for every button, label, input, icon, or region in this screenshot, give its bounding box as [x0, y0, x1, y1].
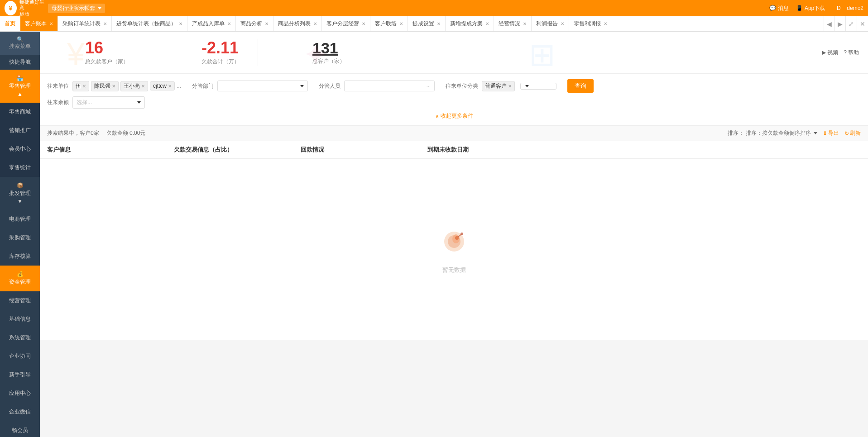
tab-controls: ◀ ▶ ⤢ ✕ — [824, 16, 868, 32]
collapse-icon: ∧ — [435, 113, 439, 119]
tab-next-button[interactable]: ▶ — [834, 16, 845, 32]
stat-label-customers: 总欠款客户（家） — [85, 58, 129, 66]
video-button[interactable]: ▶ 视频 — [822, 49, 838, 57]
collapse-button[interactable]: ∧ 收起更多条件 — [47, 112, 861, 120]
sidebar-item-marketing[interactable]: 营销推广 — [0, 121, 40, 140]
sidebar-search[interactable]: 🔍 搜索菜单 — [0, 32, 40, 55]
tab-close-commission-setting[interactable]: ✕ — [437, 21, 441, 26]
export-button[interactable]: ⬇ 导出 — [823, 129, 839, 137]
tab-close-customer-contact[interactable]: ✕ — [399, 21, 403, 26]
results-bar-right: 排序： 排序：按欠款金额倒序排序 ⬇ 导出 ↻ 刷新 — [728, 129, 861, 137]
tab-operations[interactable]: 经营情况 ✕ — [494, 16, 532, 32]
tab-add-commission[interactable]: 新增提成方案 ✕ — [446, 16, 494, 32]
header-actions: ▶ 视频 ? 帮助 — [822, 49, 859, 57]
sidebar: 🔍 搜索菜单 快捷导航 🏪 零售管理 ▲ 零售商城 营销推广 会员中心 零售统计 — [0, 32, 40, 437]
query-button[interactable]: 查询 — [567, 79, 594, 93]
sort-select[interactable]: 排序： 排序：按欠款金额倒序排序 — [728, 129, 817, 137]
sidebar-item-inventory[interactable]: 库存核算 — [0, 247, 40, 266]
stats-header: ¥ ✦ ⊞ 16 总欠款客户（家） -2.11 欠款合计（万） 131 总客户（… — [40, 32, 868, 74]
tab-prev-button[interactable]: ◀ — [824, 16, 834, 32]
sidebar-item-member[interactable]: 畅会员 — [0, 421, 40, 437]
tab-product-analysis[interactable]: 商品分析 ✕ — [236, 16, 273, 32]
category-select[interactable] — [520, 83, 556, 90]
sidebar-item-operations-mgmt[interactable]: 经营管理 — [0, 291, 40, 310]
tab-goods-stats[interactable]: 进货单统计表（按商品） ✕ — [112, 16, 187, 32]
tab-commission-setting[interactable]: 提成设置 ✕ — [408, 16, 446, 32]
category-tag-0-close[interactable]: ✕ — [508, 84, 512, 89]
tab-close-product-analysis-list[interactable]: ✕ — [313, 21, 317, 26]
person-select[interactable]: ··· — [344, 81, 435, 91]
filter-tag-0-close[interactable]: ✕ — [82, 84, 86, 89]
balance-select[interactable]: 选择... — [72, 96, 145, 109]
tab-retail-profit[interactable]: 零售利润报 ✕ — [569, 16, 612, 32]
sidebar-item-app-center[interactable]: 应用中心 — [0, 384, 40, 403]
finance-icon: 💰 — [17, 271, 24, 277]
sort-chevron — [814, 132, 817, 134]
stat-block-total-customers: 131 总客户（家） — [276, 40, 363, 65]
tab-close-operations[interactable]: ✕ — [523, 21, 527, 26]
sidebar-item-member-center[interactable]: 会员中心 — [0, 140, 40, 158]
sidebar-item-system-mgmt[interactable]: 系统管理 — [0, 328, 40, 347]
sidebar-item-retail-mgmt[interactable]: 🏪 零售管理 ▲ — [0, 70, 40, 103]
account-dropdown[interactable]: 母婴行业演示帐套 — [48, 4, 105, 13]
sidebar-item-wholesale[interactable]: 📦 批发管理 ▼ — [0, 177, 40, 210]
tab-purchase-order-stats[interactable]: 采购订单统计表 ✕ — [58, 16, 112, 32]
sidebar-item-ecommerce[interactable]: 电商管理 — [0, 210, 40, 228]
top-bar: ¥ 畅捷通好生意 标版 母婴行业演示帐套 💬 消息 📱 App下载 D demo… — [0, 0, 868, 16]
app-download-button[interactable]: 📱 App下载 — [796, 5, 825, 12]
tab-close-add-commission[interactable]: ✕ — [485, 21, 489, 26]
tab-close-purchase-order-stats[interactable]: ✕ — [103, 21, 107, 26]
tab-product-stock[interactable]: 产成品入库单 ✕ — [187, 16, 236, 32]
col-header-due-date: 到期未收款日期 — [427, 146, 554, 154]
tab-customer-account[interactable]: 客户账本 ✕ — [20, 16, 58, 32]
filter-tag-1-close[interactable]: ✕ — [112, 84, 115, 89]
filter-tag-1: 陈民强 ✕ — [91, 81, 119, 91]
tab-customer-contact[interactable]: 客户联络 ✕ — [370, 16, 408, 32]
stat-divider-1 — [147, 39, 147, 66]
col-header-debt: 欠款交易信息（占比） — [174, 146, 301, 154]
refresh-button[interactable]: ↻ 刷新 — [844, 129, 861, 137]
sidebar-item-enterprise-collab[interactable]: 企业协同 — [0, 347, 40, 366]
main-area: 🔍 搜索菜单 快捷导航 🏪 零售管理 ▲ 零售商城 营销推广 会员中心 零售统计 — [0, 32, 868, 437]
empty-icon — [436, 224, 472, 261]
results-bar: 搜索结果中，客户0家 欠款金额 0.00元 排序： 排序：按欠款金额倒序排序 ⬇… — [40, 126, 868, 141]
stat-label-total: 总客户（家） — [312, 57, 345, 65]
category-tag-0: 普通客户 ✕ — [482, 81, 515, 91]
tab-profit-report[interactable]: 利润报告 ✕ — [532, 16, 569, 32]
tab-close-goods-stats[interactable]: ✕ — [179, 21, 182, 26]
tab-home[interactable]: 首页 — [0, 16, 20, 32]
tab-product-analysis-list[interactable]: 商品分析列表 ✕ — [273, 16, 322, 32]
tab-close-product-stock[interactable]: ✕ — [227, 21, 231, 26]
tab-close-product-analysis[interactable]: ✕ — [265, 21, 269, 26]
sidebar-item-purchasing[interactable]: 采购管理 — [0, 228, 40, 247]
user-avatar[interactable]: D demo2 — [832, 2, 863, 14]
filter-tag-3-close[interactable]: ✕ — [168, 84, 172, 89]
filter-tag-2-close[interactable]: ✕ — [141, 84, 145, 89]
tab-close-customer-account[interactable]: ✕ — [49, 21, 53, 26]
retail-expand-icon: ▲ — [17, 91, 23, 97]
wholesale-expand-icon: ▼ — [17, 198, 23, 204]
svg-point-5 — [460, 233, 463, 235]
tab-close-customer-layer[interactable]: ✕ — [362, 21, 365, 26]
tab-close-profit-report[interactable]: ✕ — [561, 21, 564, 26]
refresh-icon: ↻ — [844, 130, 849, 137]
tab-expand-button[interactable]: ⤢ — [845, 16, 857, 32]
help-button[interactable]: ? 帮助 — [844, 49, 859, 57]
tab-customer-layer[interactable]: 客户分层经营 ✕ — [322, 16, 370, 32]
sidebar-item-retail-store[interactable]: 零售商城 — [0, 103, 40, 121]
sidebar-item-finance[interactable]: 💰 资金管理 — [0, 266, 40, 291]
sidebar-item-newcomer-guide[interactable]: 新手引导 — [0, 366, 40, 384]
tab-close-retail-profit[interactable]: ✕ — [604, 21, 607, 26]
tab-close-all-button[interactable]: ✕ — [857, 16, 868, 32]
stat-value-total: 131 — [312, 40, 338, 56]
message-button[interactable]: 💬 消息 — [769, 5, 789, 12]
sidebar-item-basic-info[interactable]: 基础信息 — [0, 310, 40, 328]
filter-more-button[interactable]: ... — [177, 83, 181, 89]
sidebar-quick-nav[interactable]: 快捷导航 — [0, 55, 40, 70]
sidebar-item-retail-stats[interactable]: 零售统计 — [0, 158, 40, 177]
dept-select-chevron — [300, 85, 304, 87]
dept-select[interactable] — [217, 81, 308, 91]
sidebar-item-enterprise-wechat[interactable]: 企业微信 — [0, 403, 40, 421]
search-results-summary: 搜索结果中，客户0家 — [47, 129, 99, 137]
account-dropdown-chevron — [98, 7, 101, 10]
